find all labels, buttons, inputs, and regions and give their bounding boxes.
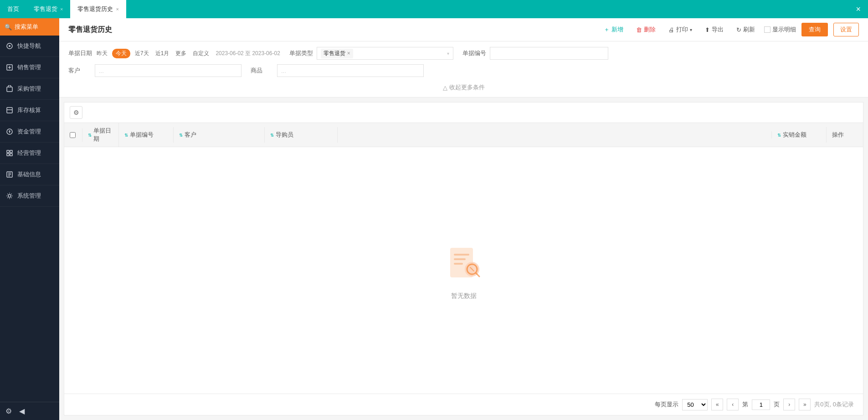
filter-type-tag: 零售退货 × (321, 49, 353, 58)
th-amount-label: 实销金额 (783, 131, 806, 139)
refresh-button[interactable]: ↻ 刷新 (733, 24, 759, 36)
delete-icon: 🗑 (636, 26, 642, 33)
export-button[interactable]: ⬆ 导出 (701, 24, 727, 36)
th-date: ⇅ 单据日期 (82, 123, 119, 147)
filter-date-options: 昨天 今天 近7天 近1月 更多 自定义 (95, 49, 211, 58)
tab-retail-return[interactable]: 零售退货 × (26, 0, 70, 18)
sidebar-item-quick-nav[interactable]: 快捷导航 (0, 36, 59, 57)
filter-voucher-item: 单据编号 (462, 47, 608, 60)
tab-retail-return-history[interactable]: 零售退货历史 × (70, 0, 126, 18)
main-layout: 🔍 搜索菜单 快捷导航 销售管理 采购管理 库存核算 (0, 18, 868, 420)
empty-text: 暂无数据 (451, 292, 477, 300)
first-page-button[interactable]: « (711, 399, 723, 410)
sidebar-item-basic-label: 基础信息 (17, 170, 41, 179)
query-button[interactable]: 查询 (801, 23, 828, 36)
window-close-button[interactable]: × (856, 5, 861, 14)
filter-customer-select[interactable]: ... (95, 64, 241, 77)
th-customer-sort-icon: ⇅ (179, 133, 183, 138)
sidebar-item-inventory-label: 库存核算 (17, 106, 41, 114)
sidebar-item-sales-label: 销售管理 (17, 63, 41, 72)
th-voucher: ⇅ 单据编号 (119, 127, 174, 143)
filter-goods-placeholder: ... (281, 67, 286, 74)
tab-retail-return-close[interactable]: × (60, 6, 63, 12)
th-action: 操作 (827, 127, 863, 143)
date-option-1month[interactable]: 近1月 (154, 49, 171, 58)
next-page-button[interactable]: › (783, 399, 795, 410)
sidebar-item-operations-label: 经营管理 (17, 149, 41, 157)
sidebar-settings-icon[interactable]: ⚙ (5, 407, 12, 415)
sidebar-search-label: 搜索菜单 (15, 23, 38, 31)
toolbar: ＋ 新增 🗑 删除 🖨 打印 ▾ ⬆ 导出 ↻ 刷新 (600, 23, 859, 36)
filter-goods-select[interactable]: ... (277, 64, 424, 77)
sidebar-bottom: ⚙ ◀ (0, 402, 59, 420)
sales-icon (5, 63, 14, 72)
add-button[interactable]: ＋ 新增 (600, 24, 627, 36)
per-page-label: 每页显示 (655, 400, 678, 409)
sidebar-item-inventory[interactable]: 库存核算 (0, 100, 59, 121)
filter-type-tag-label: 零售退货 (324, 50, 345, 57)
pagination: 每页显示 10 20 50 100 « ‹ 第 页 › » 共0页, 0条记录 (64, 394, 863, 415)
per-page-select[interactable]: 10 20 50 100 (682, 399, 708, 410)
th-voucher-sort-icon: ⇅ (124, 133, 128, 138)
prev-page-button[interactable]: ‹ (727, 399, 739, 410)
delete-label: 删除 (644, 26, 656, 34)
quick-nav-icon (5, 42, 14, 50)
sidebar-search[interactable]: 🔍 搜索菜单 (0, 18, 59, 36)
filter-voucher-input[interactable] (490, 47, 608, 60)
date-option-yesterday[interactable]: 昨天 (95, 49, 109, 58)
sidebar-item-basic[interactable]: 基础信息 (0, 164, 59, 185)
th-action-label: 操作 (832, 131, 844, 139)
svg-point-11 (8, 195, 11, 197)
tab-retail-return-history-close[interactable]: × (116, 6, 118, 12)
svg-rect-13 (454, 254, 469, 256)
date-option-more[interactable]: 更多 (174, 49, 188, 58)
table-settings-icon[interactable]: ⚙ (70, 106, 82, 119)
last-page-button[interactable]: » (799, 399, 811, 410)
system-icon (5, 192, 14, 200)
show-detail-label: 显示明细 (772, 26, 796, 34)
collapse-button[interactable]: △ 收起更多条件 (443, 83, 485, 92)
page-label: 第 (742, 400, 748, 409)
date-option-7days[interactable]: 近7天 (133, 49, 151, 58)
basic-icon (5, 170, 14, 179)
sidebar-item-purchase-label: 采购管理 (17, 85, 41, 93)
show-detail-toggle[interactable]: 显示明细 (764, 26, 796, 34)
th-guide-label: 导购员 (276, 131, 293, 139)
page-header: 零售退货历史 ＋ 新增 🗑 删除 🖨 打印 ▾ ⬆ 导出 (59, 18, 868, 41)
filter-customer-placeholder: ... (99, 67, 104, 74)
svg-rect-6 (7, 150, 9, 153)
filter-row-1: 单据日期 昨天 今天 近7天 近1月 更多 自定义 2023-06-02 至 2… (68, 47, 859, 60)
sidebar-item-operations[interactable]: 经营管理 (0, 143, 59, 164)
sidebar-item-sales[interactable]: 销售管理 (0, 57, 59, 78)
filter-customer-item: 客户 ... (68, 64, 241, 77)
tab-retail-return-history-label: 零售退货历史 (77, 5, 113, 13)
table-section: ⚙ ⇅ 单据日期 ⇅ 单据编号 ⇅ 客户 ⇅ (64, 102, 863, 415)
show-detail-checkbox[interactable] (764, 26, 770, 33)
date-option-today[interactable]: 今天 (112, 49, 130, 58)
tab-home[interactable]: 首页 (0, 0, 26, 18)
th-customer-label: 客户 (185, 131, 196, 139)
table-body: 暂无数据 (64, 147, 863, 394)
print-label: 打印 (676, 26, 688, 34)
print-button[interactable]: 🖨 打印 ▾ (665, 24, 696, 36)
filter-type-tag-close[interactable]: × (347, 50, 350, 56)
filter-type-select[interactable]: 零售退货 × ▾ (317, 47, 453, 60)
delete-button[interactable]: 🗑 删除 (632, 24, 659, 36)
settings-button[interactable]: 设置 (833, 23, 859, 36)
sidebar-item-purchase[interactable]: 采购管理 (0, 78, 59, 100)
sidebar-item-finance[interactable]: 资金管理 (0, 121, 59, 143)
search-icon: 🔍 (5, 24, 12, 31)
date-option-custom[interactable]: 自定义 (191, 49, 211, 58)
filter-date-item: 单据日期 昨天 今天 近7天 近1月 更多 自定义 2023-06-02 至 2… (68, 49, 280, 58)
sidebar-sound-icon[interactable]: ◀ (19, 407, 25, 415)
svg-line-18 (476, 273, 479, 277)
add-icon: ＋ (604, 26, 610, 34)
page-number-input[interactable] (752, 400, 770, 410)
select-all-checkbox[interactable] (70, 132, 76, 138)
date-range-display: 2023-06-02 至 2023-06-02 (216, 50, 280, 57)
filter-date-label: 单据日期 (68, 49, 92, 57)
svg-rect-8 (7, 154, 9, 156)
page-title: 零售退货历史 (68, 25, 112, 35)
sidebar-item-system[interactable]: 系统管理 (0, 185, 59, 207)
filter-section: 单据日期 昨天 今天 近7天 近1月 更多 自定义 2023-06-02 至 2… (59, 41, 868, 97)
